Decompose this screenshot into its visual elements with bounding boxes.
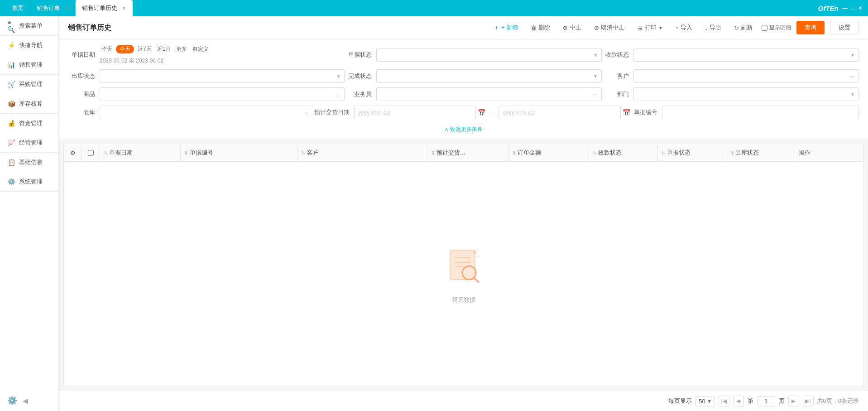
- th-delivery-sort-icon[interactable]: ⇅: [431, 150, 435, 155]
- print-button[interactable]: 🖨 打印 ▼: [633, 22, 667, 34]
- doc-status-select[interactable]: ▼: [376, 48, 602, 62]
- doc-number-input[interactable]: [662, 106, 859, 119]
- th-date-sort-icon[interactable]: ⇅: [104, 150, 107, 155]
- date-yesterday[interactable]: 昨天: [100, 45, 114, 53]
- export-button[interactable]: ↓ 导出: [701, 22, 725, 34]
- th-number-sort-icon[interactable]: ⇅: [184, 150, 188, 155]
- sidebar-item-inventory[interactable]: 📦 库存核算: [0, 94, 58, 114]
- department-arrow: ▼: [850, 92, 855, 97]
- filter-salesperson: 业务员 ···: [345, 87, 602, 101]
- tab-sales-order[interactable]: 销售订单 ✕: [30, 0, 76, 16]
- date-more[interactable]: 更多: [174, 45, 189, 53]
- page-prev-button[interactable]: ◀: [733, 396, 744, 406]
- doc-status-label: 单据状态: [345, 51, 376, 59]
- page-input[interactable]: [757, 396, 775, 406]
- tab-sales-order-close[interactable]: ✕: [65, 5, 69, 11]
- th-status-sort-icon[interactable]: ⇅: [662, 150, 665, 155]
- date-custom[interactable]: 自定义: [191, 45, 211, 53]
- warehouse-ellipsis[interactable]: ···: [305, 109, 310, 116]
- expected-date-end[interactable]: yyyy-mm-dd: [499, 106, 621, 119]
- window-maximize[interactable]: □: [851, 5, 854, 11]
- sidebar-item-sys-mgmt-label: 系统管理: [19, 178, 43, 186]
- window-close[interactable]: ✕: [858, 5, 863, 11]
- cal-start-icon[interactable]: 📅: [478, 109, 485, 116]
- expected-date-start[interactable]: yyyy-mm-dd: [354, 106, 476, 119]
- department-select[interactable]: ▼: [633, 87, 859, 101]
- product-input[interactable]: ···: [100, 87, 345, 101]
- complete-status-select[interactable]: ▼: [376, 69, 602, 83]
- settings-gear-icon[interactable]: ⚙: [70, 150, 76, 156]
- salesperson-ellipsis[interactable]: ···: [593, 91, 598, 98]
- sidebar-item-search-menu[interactable]: ≡🔍 搜索菜单: [0, 16, 58, 36]
- import-button[interactable]: ↑ 导入: [672, 22, 696, 34]
- filter-expected-date: 预计交货日期 yyyy-mm-dd 📅 — yyyy-mm-dd 📅: [314, 106, 631, 119]
- date-7days[interactable]: 近7天: [136, 45, 153, 53]
- page-label-end: 页: [779, 397, 785, 405]
- query-button[interactable]: 查询: [796, 21, 825, 34]
- cal-end-icon[interactable]: 📅: [623, 109, 630, 116]
- stop-button[interactable]: ⊘ 中止: [559, 22, 585, 34]
- product-ellipsis[interactable]: ···: [336, 91, 341, 98]
- basic-info-icon: 📋: [7, 158, 15, 166]
- collapse-button[interactable]: ∧ 收起更多条件: [68, 124, 859, 133]
- settings-button[interactable]: 设置: [830, 21, 859, 34]
- receipt-status-arrow: ▼: [850, 53, 855, 58]
- show-detail-checkbox[interactable]: [762, 25, 767, 31]
- delete-button[interactable]: 🗑 删除: [527, 22, 554, 34]
- doc-status-arrow: ▼: [593, 53, 598, 58]
- page-first-button[interactable]: |◀: [719, 396, 729, 406]
- th-date: ⇅ 单据日期: [100, 144, 181, 161]
- out-status-select[interactable]: ▼: [100, 69, 345, 83]
- refresh-button[interactable]: ↻ 刷新: [730, 22, 756, 34]
- print-dropdown-icon: ▼: [658, 25, 663, 30]
- sidebar-item-purchase-mgmt[interactable]: 🛒 采购管理: [0, 75, 58, 94]
- sidebar-item-basic-info-label: 基础信息: [19, 158, 43, 166]
- cancel-stop-button[interactable]: ⊘ 取消中止: [590, 22, 628, 34]
- expected-date-label: 预计交货日期: [314, 108, 354, 116]
- page-total-info: 共0页，0条记录: [817, 397, 859, 405]
- th-settings[interactable]: ⚙: [64, 145, 82, 161]
- sidebar-item-sales-mgmt[interactable]: 📊 销售管理: [0, 55, 58, 75]
- sidebar-settings-icon[interactable]: ⚙️: [7, 396, 17, 406]
- delete-icon: 🗑: [531, 24, 537, 31]
- show-detail-checkbox-label: 显示明细: [762, 24, 791, 32]
- customer-input[interactable]: ···: [633, 69, 859, 83]
- sidebar-item-quick-nav-label: 快捷导航: [19, 41, 43, 49]
- page-last-button[interactable]: ▶|: [803, 396, 814, 406]
- date-today[interactable]: 今天: [116, 45, 134, 53]
- th-customer-sort-icon[interactable]: ⇅: [302, 150, 305, 155]
- date-1month[interactable]: 近1月: [155, 45, 173, 53]
- customer-ellipsis[interactable]: ···: [849, 73, 855, 80]
- sidebar-item-operations-label: 经营管理: [19, 139, 43, 147]
- doc-date-control: 昨天 今天 近7天 近1月 更多 自定义 2023-06-02 至 2023-0…: [100, 45, 345, 65]
- th-receipt-sort-icon[interactable]: ⇅: [593, 150, 596, 155]
- tab-sales-order-history[interactable]: 销售订单历史 ✕: [76, 0, 133, 16]
- sidebar-item-inventory-label: 库存核算: [19, 100, 43, 108]
- warehouse-input[interactable]: ···: [100, 106, 314, 119]
- th-out-sort-icon[interactable]: ⇅: [730, 150, 734, 155]
- warehouse-label: 仓库: [68, 108, 100, 116]
- salesperson-input[interactable]: ···: [376, 87, 602, 101]
- select-all-checkbox[interactable]: [88, 150, 94, 156]
- filter-product: 商品 ···: [68, 87, 345, 101]
- new-icon: ＋: [494, 24, 499, 32]
- brand-text: OfTEn: [818, 5, 839, 12]
- new-button[interactable]: ＋ + 新增: [490, 22, 522, 34]
- sidebar-collapse-icon[interactable]: ◀: [23, 396, 28, 405]
- tab-home[interactable]: 首页: [5, 0, 30, 16]
- th-amount-sort-icon[interactable]: ⇅: [512, 150, 516, 155]
- sidebar-item-sys-mgmt[interactable]: ⚙️ 系统管理: [0, 172, 58, 192]
- sidebar-item-finance[interactable]: 💰 资金管理: [0, 114, 58, 133]
- sidebar-item-operations[interactable]: 📈 经营管理: [0, 133, 58, 153]
- window-minimize[interactable]: —: [842, 5, 848, 11]
- customer-label: 客户: [602, 72, 633, 80]
- svg-point-9: [476, 248, 478, 250]
- page-size-select[interactable]: 50 ▼: [695, 396, 715, 406]
- date-dash: —: [489, 109, 495, 116]
- receipt-status-select[interactable]: ▼: [633, 48, 859, 62]
- th-checkbox[interactable]: [82, 145, 100, 160]
- sidebar-item-basic-info[interactable]: 📋 基础信息: [0, 153, 58, 172]
- tab-sales-order-history-close[interactable]: ✕: [122, 5, 126, 11]
- sidebar-item-quick-nav[interactable]: ⚡ 快捷导航: [0, 36, 58, 55]
- page-next-button[interactable]: ▶: [788, 396, 799, 406]
